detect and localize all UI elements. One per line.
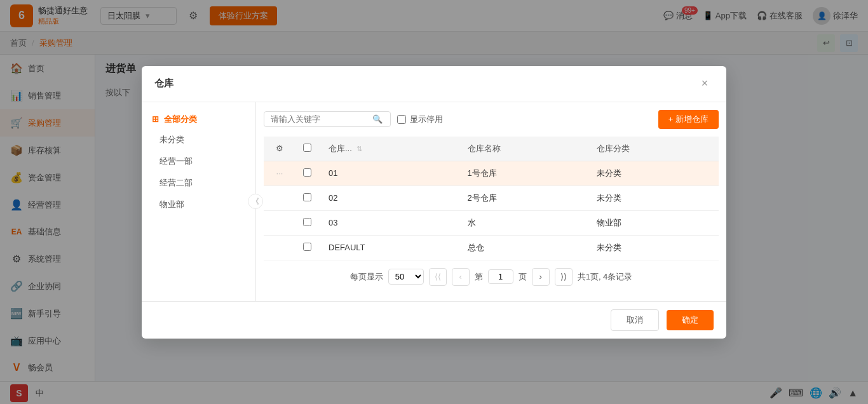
per-page-select[interactable]: 50 10 20 100 (388, 269, 424, 285)
warehouse-modal: 仓库 × ⊞ 全部分类 未分类 经营一部 经营二部 物业部 《 (142, 66, 726, 339)
table-container: ⚙ 仓库... ⇅ 仓库名称 (264, 137, 719, 260)
page-unit: 页 (519, 271, 527, 283)
sort-icon: ⇅ (356, 145, 362, 152)
modal-body: ⊞ 全部分类 未分类 经营一部 经营二部 物业部 《 🔍 (142, 102, 726, 301)
cancel-button[interactable]: 取消 (611, 309, 659, 331)
collapse-panel-button[interactable]: 《 (248, 194, 263, 209)
modal-footer: 取消 确定 (142, 301, 726, 339)
table-panel: 🔍 显示停用 + 新增仓库 ⚙ (256, 102, 726, 301)
category-all-header[interactable]: ⊞ 全部分类 (142, 110, 255, 129)
pagination: 每页显示 50 10 20 100 ⟨⟨ ‹ 第 页 › ⟩⟩ 共1页, 4条记… (264, 260, 719, 293)
row-gear[interactable] (264, 210, 295, 235)
table-row[interactable]: ··· 01 1号仓库 未分类 (264, 161, 719, 185)
category-item-ops1[interactable]: 经营一部 (142, 151, 255, 172)
next-page-button[interactable]: › (532, 268, 550, 286)
page-number-input[interactable] (488, 269, 513, 284)
select-all-checkbox[interactable] (303, 144, 311, 152)
col-gear: ⚙ (264, 137, 295, 161)
show-disabled-label[interactable]: 显示停用 (397, 114, 443, 125)
row-checkbox[interactable] (303, 218, 311, 226)
row-name: 1号仓库 (460, 161, 590, 185)
row-code: DEFAULT (321, 235, 460, 260)
row-checkbox-cell (295, 235, 321, 260)
table-row[interactable]: 03 水 物业部 (264, 210, 719, 235)
row-category: 未分类 (589, 185, 719, 210)
category-item-ops2[interactable]: 经营二部 (142, 172, 255, 194)
grid-icon: ⊞ (152, 114, 159, 124)
per-page-label: 每页显示 (350, 271, 383, 283)
modal-header: 仓库 × (142, 66, 726, 102)
row-code: 02 (321, 185, 460, 210)
row-name: 2号仓库 (460, 185, 590, 210)
row-checkbox-cell (295, 185, 321, 210)
row-category: 未分类 (589, 235, 719, 260)
table-row[interactable]: DEFAULT 总仓 未分类 (264, 235, 719, 260)
col-checkbox (295, 137, 321, 161)
table-header-row: ⚙ 仓库... ⇅ 仓库名称 (264, 137, 719, 161)
row-code: 01 (321, 161, 460, 185)
row-checkbox-cell (295, 210, 321, 235)
page-label: 第 (475, 271, 483, 283)
row-checkbox[interactable] (303, 168, 311, 177)
search-icon[interactable]: 🔍 (372, 114, 383, 124)
row-checkbox[interactable] (303, 193, 311, 201)
modal-overlay: 仓库 × ⊞ 全部分类 未分类 经营一部 经营二部 物业部 《 (0, 0, 868, 404)
row-category: 未分类 (589, 161, 719, 185)
add-warehouse-button[interactable]: + 新增仓库 (658, 110, 719, 129)
show-disabled-checkbox[interactable] (397, 115, 406, 124)
row-category: 物业部 (589, 210, 719, 235)
first-page-button[interactable]: ⟨⟨ (429, 268, 447, 286)
col-code: 仓库... ⇅ (321, 137, 460, 161)
row-name: 水 (460, 210, 590, 235)
row-gear[interactable]: ··· (264, 161, 295, 185)
row-name: 总仓 (460, 235, 590, 260)
row-code: 03 (321, 210, 460, 235)
search-input[interactable] (271, 114, 372, 124)
more-icon[interactable]: ··· (276, 168, 283, 178)
row-gear[interactable] (264, 235, 295, 260)
row-checkbox-cell (295, 161, 321, 185)
col-name: 仓库名称 (460, 137, 590, 161)
row-gear[interactable] (264, 185, 295, 210)
col-category: 仓库分类 (589, 137, 719, 161)
confirm-button[interactable]: 确定 (667, 310, 714, 330)
category-item-unclassified[interactable]: 未分类 (142, 129, 255, 151)
last-page-button[interactable]: ⟩⟩ (555, 268, 573, 286)
table-row[interactable]: 02 2号仓库 未分类 (264, 185, 719, 210)
category-item-property[interactable]: 物业部 (142, 194, 255, 215)
modal-close-button[interactable]: × (696, 75, 714, 93)
table-toolbar: 🔍 显示停用 + 新增仓库 (264, 110, 719, 129)
prev-page-button[interactable]: ‹ (452, 268, 470, 286)
modal-title: 仓库 (154, 77, 173, 90)
warehouse-table: ⚙ 仓库... ⇅ 仓库名称 (264, 137, 719, 260)
category-panel: ⊞ 全部分类 未分类 经营一部 经营二部 物业部 《 (142, 102, 256, 301)
gear-icon: ⚙ (276, 144, 283, 153)
row-checkbox[interactable] (303, 243, 311, 251)
search-box[interactable]: 🔍 (264, 111, 391, 127)
page-summary: 共1页, 4条记录 (578, 271, 633, 283)
